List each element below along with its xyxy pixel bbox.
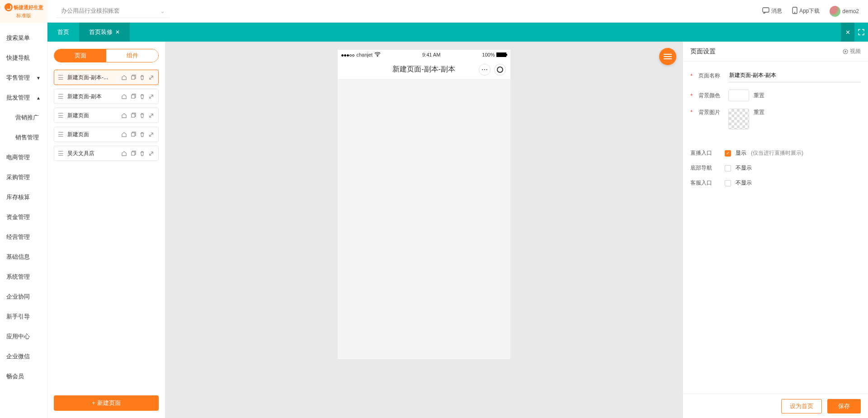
home-icon[interactable] bbox=[120, 150, 127, 157]
right-panel: 页面设置 视频 * 页面名称 * bbox=[683, 42, 868, 418]
sidebar-item-appcenter[interactable]: 应用中心 bbox=[0, 327, 47, 347]
sidebar-item-marketing[interactable]: 营销推广 bbox=[0, 108, 47, 128]
bg-color-reset[interactable]: 重置 bbox=[754, 92, 764, 100]
bg-color-swatch[interactable] bbox=[728, 90, 749, 101]
tab-close-icon[interactable]: ✕ bbox=[115, 29, 120, 35]
bg-color-label: 背景颜色 bbox=[698, 92, 724, 100]
home-icon[interactable] bbox=[120, 93, 127, 100]
canvas: chanjet 9:41 AM 100% bbox=[165, 42, 683, 418]
sidebar-item-member[interactable]: 畅会员 bbox=[0, 366, 47, 386]
drag-handle-icon[interactable]: ☰ bbox=[58, 112, 64, 119]
bg-image-reset[interactable]: 重置 bbox=[754, 109, 764, 116]
page-name-input[interactable] bbox=[728, 69, 861, 82]
service-entry-label: 客服入口 bbox=[690, 179, 720, 187]
triangle-down-icon: ▼ bbox=[36, 76, 41, 81]
home-icon[interactable] bbox=[120, 112, 127, 119]
delete-icon[interactable] bbox=[138, 150, 146, 157]
live-entry-hint: (仅当进行直播时展示) bbox=[751, 149, 803, 157]
bottom-nav-text: 不显示 bbox=[736, 164, 752, 172]
copy-icon[interactable] bbox=[129, 93, 137, 100]
tab-page-decor[interactable]: 首页装修 ✕ bbox=[79, 23, 130, 42]
required-mark: * bbox=[690, 109, 694, 115]
svg-point-8 bbox=[377, 56, 378, 57]
share-icon[interactable] bbox=[147, 74, 155, 81]
svg-rect-0 bbox=[763, 8, 769, 12]
delete-icon[interactable] bbox=[138, 112, 146, 119]
sidebar-item-ecommerce[interactable]: 电商管理 bbox=[0, 147, 47, 167]
phone-time: 9:41 AM bbox=[422, 52, 440, 57]
service-entry-checkbox[interactable] bbox=[725, 180, 731, 186]
delete-icon[interactable] bbox=[138, 74, 146, 81]
tab-home[interactable]: 首页 bbox=[47, 23, 79, 42]
bg-image-swatch[interactable] bbox=[728, 109, 749, 129]
save-button[interactable]: 保存 bbox=[827, 399, 861, 413]
sidebar-item-guide[interactable]: 新手引导 bbox=[0, 307, 47, 327]
copy-icon[interactable] bbox=[129, 112, 137, 119]
avatar bbox=[830, 6, 840, 17]
segment-page[interactable]: 页面 bbox=[54, 49, 106, 62]
sidebar-item-basicinfo[interactable]: 基础信息 bbox=[0, 247, 47, 267]
page-list-item[interactable]: ☰ 新建页面 bbox=[54, 127, 159, 142]
sidebar-item-search[interactable]: 搜索菜单 bbox=[0, 28, 47, 48]
share-icon[interactable] bbox=[147, 112, 155, 119]
user-menu[interactable]: demo2 bbox=[830, 6, 859, 17]
chevron-down-icon: ⌄ bbox=[160, 8, 165, 14]
phone-body[interactable] bbox=[338, 80, 510, 359]
delete-icon[interactable] bbox=[138, 131, 146, 138]
sidebar-item-sales[interactable]: 销售管理 bbox=[0, 128, 47, 147]
segment-control: 页面 组件 bbox=[54, 49, 159, 62]
page-list-item[interactable]: ☰ 新建页面-副本 bbox=[54, 89, 159, 104]
copy-icon[interactable] bbox=[129, 131, 137, 138]
sidebar-item-finance[interactable]: 资金管理 bbox=[0, 207, 47, 227]
sidebar-item-retail[interactable]: 零售管理▼ bbox=[0, 68, 47, 88]
drag-handle-icon[interactable]: ☰ bbox=[58, 150, 64, 157]
share-icon[interactable] bbox=[147, 150, 155, 157]
delete-icon[interactable] bbox=[138, 93, 146, 100]
sidebar-item-wholesale[interactable]: 批发管理▲ bbox=[0, 88, 47, 108]
segment-component[interactable]: 组件 bbox=[106, 49, 158, 62]
miniprogram-close-icon[interactable] bbox=[494, 64, 506, 76]
copy-icon[interactable] bbox=[129, 74, 137, 81]
page-list-item[interactable]: ☰ 新建页面 bbox=[54, 108, 159, 123]
copy-icon[interactable] bbox=[129, 150, 137, 157]
message-icon bbox=[762, 7, 769, 15]
drag-handle-icon[interactable]: ☰ bbox=[58, 74, 64, 81]
fullscreen-button[interactable] bbox=[854, 23, 868, 42]
drag-handle-icon[interactable]: ☰ bbox=[58, 131, 64, 138]
sidebar-item-quicknav[interactable]: 快捷导航 bbox=[0, 48, 47, 68]
phone-status-bar: chanjet 9:41 AM 100% bbox=[338, 50, 510, 60]
drawer-toggle-button[interactable] bbox=[659, 48, 676, 65]
svg-point-2 bbox=[794, 12, 795, 13]
sidebar: 搜索菜单 快捷导航 零售管理▼ 批发管理▲ 营销推广 销售管理 电商管理 采购管… bbox=[0, 23, 47, 418]
sidebar-item-collab[interactable]: 企业协同 bbox=[0, 287, 47, 307]
right-panel-title: 页面设置 bbox=[690, 48, 716, 56]
share-icon[interactable] bbox=[147, 93, 155, 100]
org-selector[interactable]: 办公用品行业模拟账套 ⌄ bbox=[57, 5, 170, 18]
share-icon[interactable] bbox=[147, 131, 155, 138]
home-icon[interactable] bbox=[120, 74, 127, 81]
svg-rect-6 bbox=[131, 133, 134, 136]
bottom-nav-checkbox[interactable] bbox=[725, 165, 731, 171]
sidebar-item-inventory[interactable]: 库存核算 bbox=[0, 187, 47, 207]
messages-button[interactable]: 消息 bbox=[762, 7, 782, 15]
bottom-nav-label: 底部导航 bbox=[690, 164, 720, 172]
set-home-button[interactable]: 设为首页 bbox=[781, 399, 822, 413]
drag-handle-icon[interactable]: ☰ bbox=[58, 93, 64, 100]
page-name-label: 页面名称 bbox=[698, 72, 724, 80]
tabs-close-button[interactable]: ✕ bbox=[841, 23, 854, 42]
sidebar-item-operation[interactable]: 经营管理 bbox=[0, 227, 47, 247]
live-entry-checkbox[interactable] bbox=[725, 150, 731, 157]
home-icon[interactable] bbox=[120, 131, 127, 138]
app-download-button[interactable]: App下载 bbox=[792, 7, 820, 15]
sidebar-item-wechat[interactable]: 企业微信 bbox=[0, 347, 47, 366]
phone-preview: chanjet 9:41 AM 100% bbox=[338, 50, 510, 418]
sidebar-item-purchase[interactable]: 采购管理 bbox=[0, 167, 47, 187]
page-list-item[interactable]: ☰ 新建页面-副本-... bbox=[54, 70, 159, 85]
phone-header: 新建页面-副本-副本 ⋯ bbox=[338, 60, 510, 80]
video-help-button[interactable]: 视频 bbox=[843, 48, 861, 55]
page-list-item[interactable]: ☰ 昊天文具店 bbox=[54, 146, 159, 161]
new-page-button[interactable]: + 新建页面 bbox=[54, 395, 159, 411]
brand-edition: 标准版 bbox=[16, 12, 31, 19]
miniprogram-menu-icon[interactable]: ⋯ bbox=[479, 64, 491, 76]
sidebar-item-system[interactable]: 系统管理 bbox=[0, 267, 47, 287]
